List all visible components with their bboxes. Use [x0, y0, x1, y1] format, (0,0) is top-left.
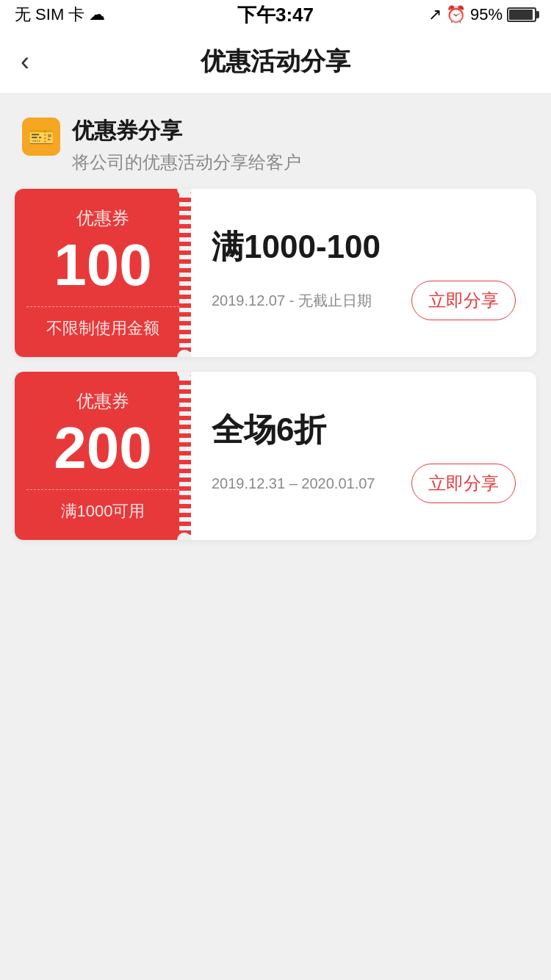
coupon-footer-1: 2019.12.07 - 无截止日期 立即分享: [212, 281, 516, 320]
coupon-footer-2: 2019.12.31 – 2020.01.07 立即分享: [212, 464, 516, 503]
status-bar: 无 SIM 卡 ☁ 下午3:47 ↗ ⏰ 95%: [0, 0, 551, 29]
coupon-title-1: 满1000-100: [212, 226, 516, 269]
coupon-card-2: 优惠券 200 满1000可用 全场6折 2019.12.31 – 2020.0…: [15, 372, 536, 540]
coupon-amount-1: 100: [54, 236, 151, 295]
coupon-right-2: 全场6折 2019.12.31 – 2020.01.07 立即分享: [191, 372, 536, 540]
status-left: 无 SIM 卡 ☁: [15, 4, 105, 26]
page-title: 优惠活动分享: [201, 45, 350, 79]
section-subtitle: 将公司的优惠活动分享给客户: [72, 151, 301, 174]
sim-label: 无 SIM 卡 ☁: [15, 4, 105, 26]
coupon-left-2: 优惠券 200 满1000可用: [15, 372, 191, 540]
section-text: 优惠券分享 将公司的优惠活动分享给客户: [72, 116, 301, 174]
coupon-card-1: 优惠券 100 不限制使用金额 满1000-100 2019.12.07 - 无…: [15, 189, 536, 357]
coupon-list: 优惠券 100 不限制使用金额 满1000-100 2019.12.07 - 无…: [0, 189, 551, 540]
bottom-area: [0, 555, 551, 980]
coupon-date-2: 2019.12.31 – 2020.01.07: [212, 475, 404, 492]
coupon-condition-2: 满1000可用: [61, 500, 145, 522]
section-title: 优惠券分享: [72, 116, 301, 146]
location-icon: ↗: [428, 5, 442, 24]
share-button-1[interactable]: 立即分享: [411, 281, 516, 320]
coupon-condition-1: 不限制使用金额: [46, 317, 159, 339]
battery-percent: 95%: [470, 5, 503, 24]
nav-bar: ‹ 优惠活动分享: [0, 29, 551, 94]
share-button-2[interactable]: 立即分享: [411, 464, 516, 503]
coupon-right-1: 满1000-100 2019.12.07 - 无截止日期 立即分享: [191, 189, 536, 357]
coupon-zigzag-1: [179, 189, 191, 357]
coupon-date-1: 2019.12.07 - 无截止日期: [212, 291, 404, 311]
status-right: ↗ ⏰ 95%: [428, 5, 536, 24]
coupon-label-2: 优惠券: [76, 389, 129, 413]
battery-icon: [507, 7, 536, 22]
coupon-divider-1: [26, 306, 179, 307]
coupon-zigzag-2: [179, 372, 191, 540]
coupon-amount-2: 200: [54, 419, 151, 478]
coupon-left-1: 优惠券 100 不限制使用金额: [15, 189, 191, 357]
coupon-label-1: 优惠券: [76, 206, 129, 230]
coupon-title-2: 全场6折: [212, 408, 516, 452]
coupon-divider-2: [26, 489, 179, 490]
back-button[interactable]: ‹: [21, 46, 29, 77]
alarm-icon: ⏰: [446, 5, 466, 24]
status-time: 下午3:47: [237, 2, 314, 28]
section-icon: 🎫: [22, 118, 60, 156]
section-header: 🎫 优惠券分享 将公司的优惠活动分享给客户: [0, 94, 551, 189]
